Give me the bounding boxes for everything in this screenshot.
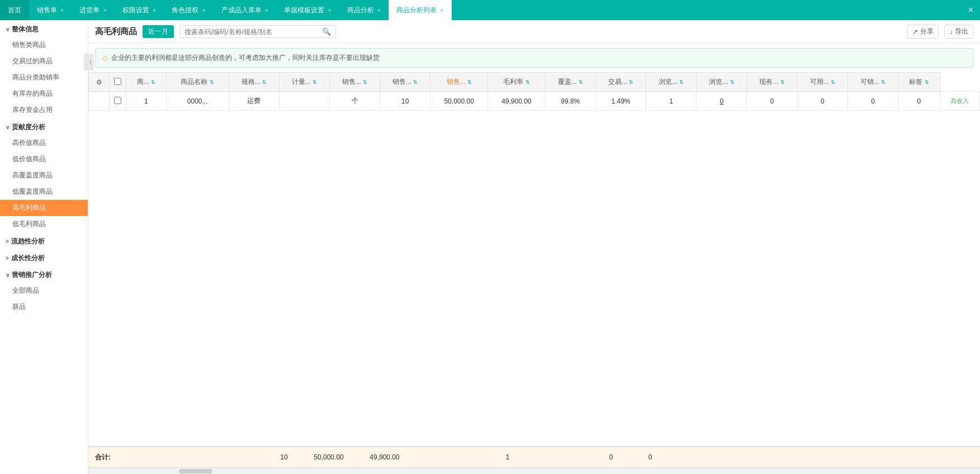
th-gross-margin[interactable]: 毛利率 ⇅: [488, 73, 546, 92]
th-tag[interactable]: 标签 ⇅: [898, 73, 940, 92]
sidebar-group-growth[interactable]: > 成长性分析: [0, 249, 88, 266]
search-box: 🔍: [179, 25, 336, 38]
td-saleable-stock: 0: [898, 92, 940, 111]
footer-sales-qty: 10: [267, 453, 301, 461]
nav-product-analysis-list[interactable]: 商品分析列表 ×: [389, 0, 451, 20]
th-transaction[interactable]: 交易... ⇅: [595, 73, 646, 92]
td-coverage: 1.49%: [595, 92, 646, 111]
close-icon[interactable]: ×: [60, 7, 64, 13]
footer-spacer1: [122, 453, 144, 461]
th-view1[interactable]: 浏览... ⇅: [646, 73, 697, 92]
chevron-down-icon: ∨: [6, 26, 10, 32]
nav-template[interactable]: 单据模板设置 ×: [276, 0, 339, 20]
content-area: 高毛利商品 近一月 🔍 ↗ 分享 ↓ 导出 ◇ 企业的主要的利润都是这部分商品创…: [88, 20, 980, 474]
sidebar-item-high-coverage[interactable]: 高覆盖度商品: [0, 167, 88, 184]
td-checkbox[interactable]: [110, 92, 126, 111]
top-nav: 首页 销售单 × 进货单 × 权限设置 × 角色授权 × 产成品入库单 × 单据…: [0, 0, 980, 20]
table-header-row: ⚙ 商... ⇅ 商品名称 ⇅ 规格... ⇅ 计量... ⇅ 销售... ⇅ …: [89, 73, 980, 92]
th-view2[interactable]: 浏览... ⇅: [697, 73, 747, 92]
close-icon[interactable]: ×: [265, 7, 268, 13]
th-unit[interactable]: 计量... ⇅: [279, 73, 329, 92]
footer-cells: 10 50,000.00 49,900.00 1 0 0: [122, 453, 973, 461]
td-sales-cost: 49,900.00: [488, 92, 546, 111]
row-checkbox[interactable]: [114, 97, 121, 104]
scrollbar-thumb[interactable]: [179, 469, 212, 473]
nav-purchase[interactable]: 进货单 ×: [72, 0, 114, 20]
td-num: 1: [126, 92, 167, 111]
diamond-icon: ◇: [102, 54, 108, 62]
footer-coverage: [452, 453, 491, 461]
td-view1[interactable]: 0: [697, 92, 747, 111]
td-spec: [279, 92, 329, 111]
th-sales-amount[interactable]: 销售... ⇅: [380, 73, 430, 92]
close-icon[interactable]: ×: [377, 7, 381, 13]
footer-spacer2: [144, 453, 178, 461]
search-input[interactable]: [184, 28, 319, 36]
sidebar-item-stocked-goods[interactable]: 有库存的商品: [0, 86, 88, 102]
sidebar-group-overall[interactable]: ∨ 整体信息: [0, 20, 88, 37]
share-button[interactable]: ↗ 分享: [907, 25, 939, 39]
close-icon[interactable]: ×: [103, 7, 106, 13]
sidebar-item-category-rate[interactable]: 商品分类助销率: [0, 69, 88, 86]
th-coverage[interactable]: 覆盖... ⇅: [545, 73, 595, 92]
th-code[interactable]: 商... ⇅: [126, 73, 167, 92]
th-name[interactable]: 商品名称 ⇅: [166, 73, 229, 92]
nav-role[interactable]: 角色授权 ×: [164, 0, 213, 20]
th-current-stock[interactable]: 现有... ⇅: [747, 73, 797, 92]
sidebar-collapse-button[interactable]: 《: [84, 54, 94, 71]
nav-sales[interactable]: 销售单 ×: [29, 0, 72, 20]
sidebar-group-contribution[interactable]: ∨ 贡献度分析: [0, 118, 88, 135]
th-saleable-stock[interactable]: 可销... ⇅: [848, 73, 898, 92]
nav-permission[interactable]: 权限设置 ×: [115, 0, 164, 20]
content-header: 高毛利商品 近一月 🔍 ↗ 分享 ↓ 导出: [88, 20, 980, 44]
search-icon[interactable]: 🔍: [322, 27, 331, 36]
sidebar-item-high-value[interactable]: 高价值商品: [0, 135, 88, 151]
sidebar-item-stock-capital[interactable]: 库存资金占用: [0, 102, 88, 118]
close-icon[interactable]: ×: [440, 7, 443, 13]
nav-home[interactable]: 首页: [0, 0, 29, 20]
sidebar-item-low-margin[interactable]: 低毛利商品: [0, 216, 88, 232]
footer-spacer3: [178, 453, 222, 461]
info-banner: ◇ 企业的主要的利润都是这部分商品创造的，可考虑加大推广，同时关注库存是不要出现…: [95, 48, 973, 68]
close-icon[interactable]: ×: [202, 7, 205, 13]
td-code: 0000...: [166, 92, 229, 111]
table-wrapper[interactable]: ⚙ 商... ⇅ 商品名称 ⇅ 规格... ⇅ 计量... ⇅ 销售... ⇅ …: [88, 72, 980, 446]
sidebar-group-marketing[interactable]: ∨ 营销推广分析: [0, 266, 88, 283]
td-name: 运费: [229, 92, 279, 111]
th-sales-cost[interactable]: 销售... ⇅: [430, 73, 488, 92]
scrollbar-area[interactable]: [88, 467, 980, 474]
footer-label: 合计:: [95, 453, 111, 462]
footer-gross-margin: [413, 453, 452, 461]
export-button[interactable]: ↓ 导出: [944, 25, 973, 39]
sidebar-item-new-goods[interactable]: 新品: [0, 299, 88, 315]
td-gross-margin: 99.8%: [545, 92, 595, 111]
th-checkbox[interactable]: [110, 73, 126, 92]
sidebar-item-traded-goods[interactable]: 交易过的商品: [0, 53, 88, 69]
info-text: 企业的主要的利润都是这部分商品创造的，可考虑加大推广，同时关注库存是不要出现缺货: [111, 53, 380, 63]
select-all-checkbox[interactable]: [114, 78, 121, 85]
sidebar-item-low-coverage[interactable]: 低覆盖度商品: [0, 184, 88, 200]
nav-product-analysis[interactable]: 商品分析 ×: [339, 0, 389, 20]
th-settings[interactable]: ⚙: [89, 73, 110, 92]
sidebar-item-sales-goods[interactable]: 销售类商品: [0, 37, 88, 53]
th-spec[interactable]: 规格... ⇅: [229, 73, 279, 92]
sidebar-item-low-value[interactable]: 低价值商品: [0, 151, 88, 167]
close-icon[interactable]: ×: [328, 7, 331, 13]
sidebar-group-trend[interactable]: > 流趋性分析: [0, 232, 88, 249]
page-title: 高毛利商品: [95, 26, 137, 37]
close-icon[interactable]: ×: [153, 7, 156, 13]
td-current-stock: 0: [797, 92, 848, 111]
close-all-button[interactable]: ×: [962, 0, 980, 20]
td-sales-amount: 50,000.00: [430, 92, 488, 111]
period-button[interactable]: 近一月: [143, 25, 174, 38]
sidebar-item-all-goods[interactable]: 全部商品: [0, 283, 88, 299]
th-sales-qty[interactable]: 销售... ⇅: [329, 73, 380, 92]
nav-stock-in[interactable]: 产成品入库单 ×: [214, 0, 276, 20]
sidebar: ∨ 整体信息 销售类商品 交易过的商品 商品分类助销率 有库存的商品 库存资金占…: [0, 20, 88, 474]
chevron-down-icon: ∨: [6, 124, 10, 130]
th-available-stock[interactable]: 可用... ⇅: [797, 73, 848, 92]
footer-view1: [524, 453, 558, 461]
sidebar-item-high-margin[interactable]: 高毛利商品: [0, 200, 88, 216]
td-tag: 高收入: [940, 92, 979, 111]
td-unit: 个: [329, 92, 380, 111]
